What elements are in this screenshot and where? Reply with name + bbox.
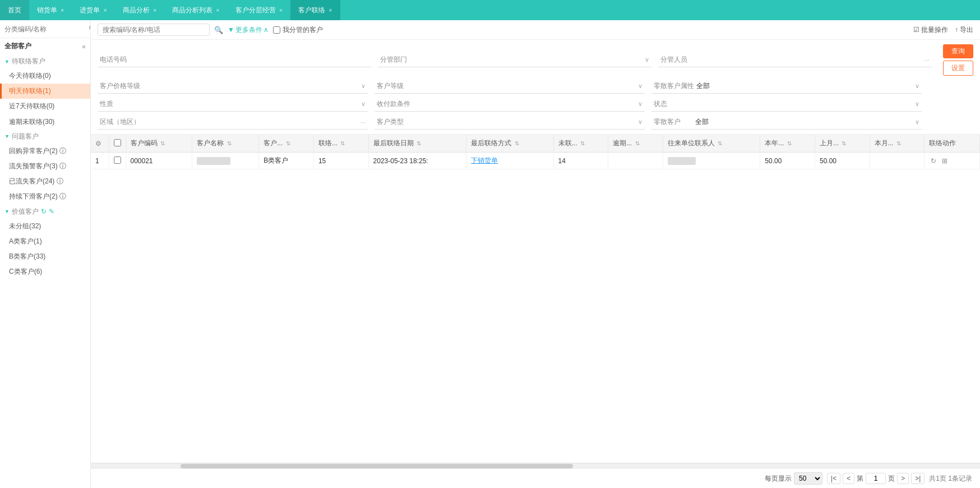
cell-name bbox=[192, 153, 259, 169]
filter-customer-type-arrow[interactable]: ∨ bbox=[638, 118, 642, 126]
nav-customer-contact-close[interactable]: × bbox=[329, 7, 332, 13]
col-not-contacted[interactable]: 未联... ⇅ bbox=[553, 135, 608, 153]
col-action: 联络动作 bbox=[924, 135, 980, 153]
customer-table: ⚙ 客户编码 ⇅ 客户名称 ⇅ bbox=[91, 135, 980, 169]
sidebar-item-churn-warning[interactable]: 流失预警客户(3) ⓘ bbox=[0, 159, 90, 174]
nav-sales-close[interactable]: × bbox=[61, 7, 64, 13]
sidebar-all-customers[interactable]: 全部客户 « bbox=[0, 38, 90, 54]
filter-retail-customer-value[interactable]: 全部 bbox=[695, 117, 913, 127]
sidebar-value-edit[interactable]: ✎ bbox=[49, 208, 54, 215]
nav-customer-tier-close[interactable]: × bbox=[279, 7, 283, 13]
filter-retail-attr-value[interactable]: 全部 bbox=[696, 81, 913, 91]
filter-payment-arrow[interactable]: ∨ bbox=[638, 100, 642, 108]
filter-dept-label: 分管部门 bbox=[380, 55, 419, 65]
cell-overdue bbox=[608, 153, 663, 169]
col-last-contact-method[interactable]: 最后联络方式 ⇅ bbox=[466, 135, 553, 153]
first-page-btn[interactable]: |< bbox=[827, 473, 840, 484]
last-contact-link[interactable]: 下销货单 bbox=[471, 156, 498, 164]
horizontal-scrollbar[interactable] bbox=[91, 463, 980, 468]
col-this-year[interactable]: 本年... ⇅ bbox=[760, 135, 815, 153]
sidebar-group-problem[interactable]: ▼ 问题客户 bbox=[0, 130, 90, 144]
gear-icon[interactable]: ⚙ bbox=[95, 140, 101, 148]
nav-product-analysis-list[interactable]: 商品分析列表 × bbox=[164, 0, 227, 20]
per-page-select[interactable]: 50 100 200 bbox=[794, 472, 822, 485]
sidebar-item-today[interactable]: 今天待联络(0) bbox=[0, 68, 90, 84]
sidebar-item-abnormal[interactable]: 回购异常客户(2) ⓘ bbox=[0, 144, 90, 159]
col-last-month[interactable]: 上月... ⇅ bbox=[815, 135, 870, 153]
col-code[interactable]: 客户编码 ⇅ bbox=[126, 135, 192, 153]
sidebar-item-churned[interactable]: 已流失客户(24) ⓘ bbox=[0, 174, 90, 189]
my-customers-checkbox[interactable]: 我分管的客户 bbox=[273, 25, 323, 35]
nav-product-analysis-close[interactable]: × bbox=[153, 7, 156, 13]
sidebar-item-a-class[interactable]: A类客户(1) bbox=[0, 234, 90, 249]
sidebar-group-pending[interactable]: ▼ 待联络客户 bbox=[0, 54, 90, 68]
filter-region-dots[interactable]: ··· bbox=[360, 119, 366, 126]
more-filter-btn[interactable]: ▼ 更多条件 ∧ bbox=[228, 25, 269, 35]
sidebar-item-overdue[interactable]: 逾期未联络(30) bbox=[0, 114, 90, 130]
nav-customer-contact[interactable]: 客户联络 × bbox=[290, 0, 340, 20]
nav-product-analysis[interactable]: 商品分析 × bbox=[115, 0, 164, 20]
sort-last-month-icon: ⇅ bbox=[842, 140, 846, 146]
col-type[interactable]: 客户... ⇅ bbox=[259, 135, 314, 153]
scrollbar-thumb[interactable] bbox=[181, 464, 573, 468]
filter-retail-attr-arrow[interactable]: ∨ bbox=[915, 82, 919, 90]
filter-price-level-arrow[interactable]: ∨ bbox=[361, 82, 366, 90]
col-this-month[interactable]: 本月... ⇅ bbox=[870, 135, 924, 153]
batch-op-btn[interactable]: ☑ 批量操作 bbox=[913, 25, 948, 35]
col-name[interactable]: 客户名称 ⇅ bbox=[192, 135, 259, 153]
search-input[interactable] bbox=[98, 24, 210, 36]
prev-page-btn[interactable]: < bbox=[843, 473, 854, 484]
footer-nav: |< < 第 页 > >| bbox=[827, 473, 924, 484]
nav-sales[interactable]: 销货单 × bbox=[29, 0, 72, 20]
nav-home[interactable]: 首页 bbox=[0, 0, 29, 20]
export-btn[interactable]: ↑ 导出 bbox=[955, 25, 973, 35]
sidebar-item-tomorrow[interactable]: 明天待联络(1) bbox=[0, 84, 90, 99]
sidebar-search-input[interactable] bbox=[4, 25, 89, 33]
sidebar-item-declining[interactable]: 持续下滑客户(2) ⓘ bbox=[0, 189, 90, 204]
query-button[interactable]: 查询 bbox=[943, 44, 973, 58]
sidebar-item-b-class[interactable]: B类客户(33) bbox=[0, 249, 90, 264]
action-icon-1[interactable]: ↻ bbox=[931, 157, 936, 165]
table-wrap: ⚙ 客户编码 ⇅ 客户名称 ⇅ bbox=[91, 135, 980, 463]
filter-retail-customer-arrow[interactable]: ∨ bbox=[915, 118, 919, 126]
filter-icon: ▼ bbox=[228, 26, 234, 34]
sidebar-item-ungrouped[interactable]: 未分组(32) bbox=[0, 219, 90, 234]
filter-region: 区域（地区） ··· bbox=[98, 115, 368, 130]
sort-date-icon: ⇅ bbox=[417, 140, 421, 146]
page-input[interactable] bbox=[866, 473, 886, 484]
row-checkbox[interactable] bbox=[114, 156, 121, 164]
cell-unit-contact bbox=[663, 153, 760, 169]
cell-contact: 15 bbox=[313, 153, 368, 169]
cell-action: ↻ ⊞ bbox=[924, 153, 980, 169]
next-page-btn[interactable]: > bbox=[897, 473, 909, 484]
filter-status-arrow[interactable]: ∨ bbox=[915, 100, 919, 108]
col-last-contact-date[interactable]: 最后联络日期 ⇅ bbox=[368, 135, 466, 153]
nav-purchase-close[interactable]: × bbox=[103, 7, 107, 13]
filter-dept-arrow[interactable]: ∨ bbox=[645, 56, 649, 63]
cell-checkbox bbox=[109, 153, 126, 169]
nav-purchase[interactable]: 进货单 × bbox=[72, 0, 114, 20]
col-unit-contact[interactable]: 往来单位联系人 ⇅ bbox=[663, 135, 760, 153]
filter-manager-dots[interactable]: ··· bbox=[924, 57, 930, 63]
action-icon-2[interactable]: ⊞ bbox=[942, 157, 947, 165]
set-button[interactable]: 设置 bbox=[943, 61, 973, 76]
cell-type: B类客户 bbox=[259, 153, 314, 169]
my-customers-check[interactable] bbox=[273, 26, 280, 34]
filter-status: 状态 ∨ bbox=[651, 97, 922, 112]
sidebar-search-area: 🔍 bbox=[0, 20, 90, 38]
sort-method-icon: ⇅ bbox=[515, 140, 519, 146]
col-overdue[interactable]: 逾期... ⇅ bbox=[608, 135, 663, 153]
sidebar-item-c-class[interactable]: C类客户(6) bbox=[0, 264, 90, 279]
filter-gender-arrow[interactable]: ∨ bbox=[361, 100, 366, 108]
nav-product-analysis-list-close[interactable]: × bbox=[216, 7, 219, 13]
sidebar-item-7days[interactable]: 近7天待联络(0) bbox=[0, 99, 90, 114]
last-page-btn[interactable]: >| bbox=[911, 473, 924, 484]
sidebar-value-refresh[interactable]: ↻ bbox=[41, 208, 47, 215]
filter-customer-level-arrow[interactable]: ∨ bbox=[638, 82, 642, 90]
nav-customer-tier[interactable]: 客户分层经营 × bbox=[228, 0, 290, 20]
select-all-checkbox[interactable] bbox=[114, 139, 121, 146]
col-contact[interactable]: 联络... ⇅ bbox=[313, 135, 368, 153]
search-icon[interactable]: 🔍 bbox=[214, 26, 223, 34]
cell-this-month bbox=[870, 153, 924, 169]
sidebar-group-value[interactable]: ▼ 价值客户 ↻ ✎ bbox=[0, 205, 90, 219]
